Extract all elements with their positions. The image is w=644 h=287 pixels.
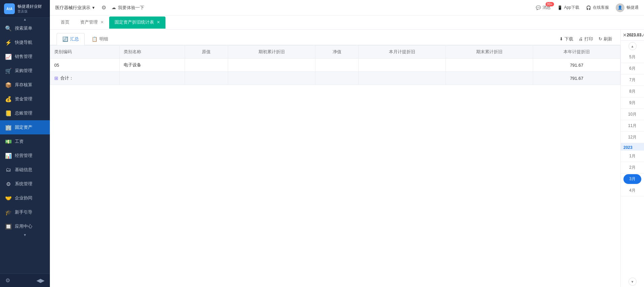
tab-green-close-icon[interactable]: ✕: [157, 20, 160, 25]
month-item-prev-10[interactable]: 10月: [621, 109, 644, 120]
refresh-button[interactable]: ↻ 刷新: [599, 36, 612, 42]
settings-footer-icon[interactable]: ⚙: [5, 277, 10, 284]
total-period-dep: [446, 72, 533, 85]
operations-icon: 📊: [5, 153, 11, 159]
month-item-2023-2[interactable]: 2月: [621, 162, 644, 173]
month-item-prev-9[interactable]: 9月: [621, 97, 644, 109]
sidebar-item-app-center[interactable]: 🔲 应用中心: [0, 219, 50, 233]
sidebar-item-label: 固定资产: [15, 124, 32, 130]
sidebar-item-label: 总账管理: [15, 110, 32, 116]
month-item-prev-12[interactable]: 12月: [621, 132, 644, 143]
year-2023-section: 2023: [621, 143, 644, 151]
total-label-cell: ⊞ 合计：: [50, 72, 120, 85]
notifications-button[interactable]: 💬 消息 99+: [536, 5, 551, 10]
sidebar-item-sales[interactable]: 📈 销售管理: [0, 50, 50, 64]
finance-icon: 💰: [5, 96, 11, 102]
app-name: 畅捷通好业财: [18, 4, 42, 9]
download-button[interactable]: ⬇ 下载: [559, 36, 573, 42]
sub-tab-summary-label: 汇总: [70, 36, 79, 42]
sidebar-item-search[interactable]: 🔍 搜索菜单: [0, 21, 50, 35]
service-label: 在线客服: [593, 5, 609, 10]
panel-close-button[interactable]: ✕: [623, 32, 627, 38]
tab-home[interactable]: 首页: [55, 17, 75, 29]
sidebar-item-label: 库存核算: [15, 82, 32, 88]
sub-tab-summary[interactable]: 🔄 汇总: [57, 33, 85, 45]
table-header-row: 类别编码 类别名称 原值 期初累计折旧 净值 本月计提折旧 期末累计折旧 本年计…: [50, 45, 620, 59]
page-content: 🔄 汇总 📋 明细 ⬇ 下载 🖨 打印 ↻: [50, 30, 644, 287]
sidebar-item-operations[interactable]: 📊 经营管理: [0, 149, 50, 163]
total-net-value: [315, 72, 358, 85]
sub-tabs: 🔄 汇总 📋 明细 ⬇ 下载 🖨 打印 ↻: [50, 30, 620, 45]
main-content: 医疗器械行业演示 ▾ ⚙ ☁ 我要体验一下 💬 消息 99+ 📱 App下载 🎧…: [50, 0, 644, 287]
sidebar-item-label: 工资: [15, 138, 24, 145]
service-button[interactable]: 🎧 在线客服: [586, 5, 609, 10]
total-initial-dep: [228, 72, 315, 85]
experience-button[interactable]: ☁ 我要体验一下: [112, 5, 144, 11]
summary-icon: 🔄: [62, 36, 68, 42]
selected-date-label: 2023.03: [627, 33, 641, 37]
sidebar-item-finance[interactable]: 💰 资金管理: [0, 92, 50, 106]
topbar-settings-icon[interactable]: ⚙: [101, 4, 106, 11]
sub-tab-detail[interactable]: 📋 明细: [86, 33, 114, 45]
panel-expand-button[interactable]: ⤢: [641, 32, 644, 38]
avatar: 👤: [616, 3, 624, 12]
username-label: 畅捷通: [626, 5, 639, 10]
sidebar-item-system[interactable]: ⚙ 系统管理: [0, 177, 50, 191]
tab-asset-management-label: 资产管理: [80, 19, 98, 25]
month-item-prev-6[interactable]: 6月: [621, 63, 644, 74]
sidebar-item-guide[interactable]: 🎓 新手引导: [0, 205, 50, 219]
month-item-2023-1[interactable]: 1月: [621, 151, 644, 162]
month-item-2023-4[interactable]: 4月: [621, 185, 644, 196]
sidebar-scroll-up[interactable]: ▲: [23, 18, 27, 22]
basic-info-icon: 🗂: [5, 167, 11, 173]
sidebar-scroll-down[interactable]: ▼: [23, 233, 27, 237]
sidebar-item-collaboration[interactable]: 🤝 企业协同: [0, 191, 50, 205]
month-item-prev-5[interactable]: 5月: [621, 52, 644, 63]
sidebar-item-ledger[interactable]: 📒 总账管理: [0, 106, 50, 120]
total-text: 合计：: [60, 75, 73, 81]
tabbar: 首页 资产管理 ✕ 固定资产折旧统计表 ✕: [50, 15, 644, 30]
download-toolbar-label: 下载: [564, 36, 573, 42]
month-item-2023-3[interactable]: 3月: [623, 174, 641, 184]
tab-home-label: 首页: [61, 19, 69, 25]
topbar-right: 💬 消息 99+ 📱 App下载 🎧 在线客服 👤 畅捷通: [536, 3, 639, 12]
total-monthly-dep: [359, 72, 446, 85]
sidebar-item-payroll[interactable]: 💵 工资: [0, 134, 50, 149]
scroll-down-button[interactable]: ▼: [628, 278, 637, 286]
lightning-icon: ⚡: [5, 39, 11, 45]
search-icon: 🔍: [5, 25, 11, 31]
month-item-prev-7[interactable]: 7月: [621, 74, 644, 86]
month-item-prev-8[interactable]: 8月: [621, 86, 644, 97]
company-dropdown-icon: ▾: [92, 5, 95, 10]
sidebar-item-basic-info[interactable]: 🗂 基础信息: [0, 163, 50, 177]
sidebar-item-label: 企业协同: [15, 195, 32, 201]
tab-asset-management[interactable]: 资产管理 ✕: [75, 17, 109, 29]
refresh-icon: ↻: [599, 36, 602, 41]
cell-name: 电子设备: [120, 59, 185, 72]
sidebar-footer: ⚙ ◀▶: [0, 274, 50, 287]
print-button[interactable]: 🖨 打印: [579, 36, 593, 42]
tab-depreciation-report[interactable]: 固定资产折旧统计表 ✕: [109, 17, 165, 29]
download-button[interactable]: 📱 App下载: [557, 5, 579, 10]
scroll-up-button[interactable]: ▲: [628, 42, 637, 50]
col-period-dep: 期末累计折旧: [446, 45, 533, 59]
sidebar-menu: ▲ 🔍 搜索菜单 ⚡ 快捷导航 📈 销售管理 🛒 采购管理 📦 库存核算 💰 资…: [0, 18, 50, 274]
sidebar-item-label: 新手引导: [15, 209, 32, 215]
company-selector[interactable]: 医疗器械行业演示 ▾: [55, 5, 95, 11]
cell-net-value: [315, 59, 358, 72]
sidebar-item-purchase[interactable]: 🛒 采购管理: [0, 64, 50, 78]
table-row[interactable]: 05 电子设备 791.67: [50, 59, 620, 72]
sidebar-item-quicknav[interactable]: ⚡ 快捷导航: [0, 35, 50, 50]
download-toolbar-icon: ⬇: [559, 36, 563, 41]
tab-close-icon[interactable]: ✕: [100, 20, 104, 25]
collapse-sidebar-icon[interactable]: ◀▶: [36, 277, 44, 284]
user-menu[interactable]: 👤 畅捷通: [616, 3, 639, 12]
app-logo: AtA 畅捷通好业财 普及版: [0, 0, 50, 18]
download-icon: 📱: [557, 5, 562, 10]
notifications-badge: 99+: [546, 2, 554, 6]
month-item-prev-11[interactable]: 11月: [621, 120, 644, 132]
sidebar-item-inventory[interactable]: 📦 库存核算: [0, 78, 50, 92]
payroll-icon: 💵: [5, 138, 11, 145]
sidebar-item-fixed-assets[interactable]: 🏢 固定资产: [0, 120, 50, 134]
system-icon: ⚙: [5, 181, 11, 187]
